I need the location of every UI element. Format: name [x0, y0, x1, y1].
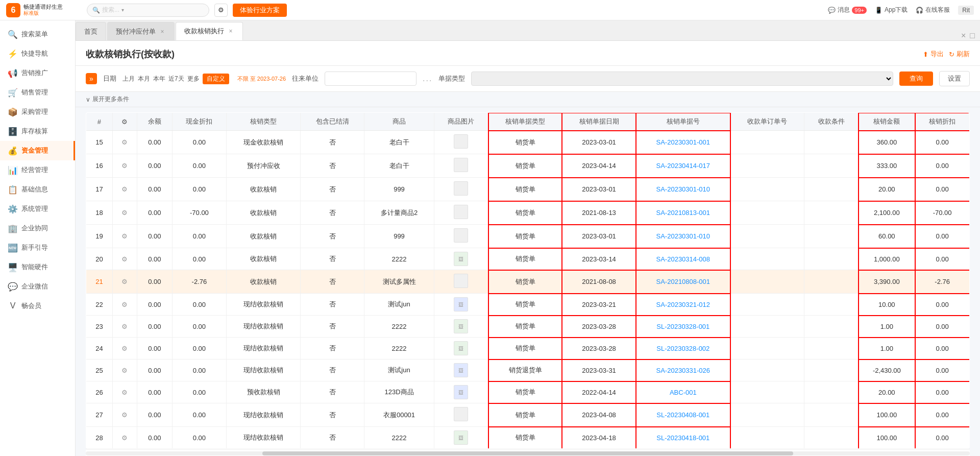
writeoff-bill-link[interactable]: SL-20230328-002 — [656, 345, 709, 352]
expand-more-bar: ∨ 展开更多条件 — [76, 92, 980, 107]
row-settings-icon[interactable]: ⚙ — [121, 345, 128, 352]
refresh-icon: ↻ — [949, 51, 954, 58]
row-settings-icon[interactable]: ⚙ — [121, 138, 128, 146]
sidebar-item-sales[interactable]: 🛒销售管理 — [0, 83, 75, 102]
table-row: 15⚙0.000.00现金收款核销否老白干销货单2023-03-01SA-202… — [86, 131, 970, 154]
last-7days-link[interactable]: 近7天 — [168, 75, 184, 83]
last-month-link[interactable]: 上月 — [122, 75, 135, 83]
message-badge: 99+ — [852, 7, 867, 14]
writeoff-bill-link[interactable]: SL-20230328-001 — [656, 323, 709, 330]
win-close-btn[interactable]: × — [961, 31, 966, 40]
row-settings-icon[interactable]: ⚙ — [121, 209, 128, 217]
row-settings-icon[interactable]: ⚙ — [121, 301, 128, 308]
from-unit-input[interactable] — [325, 71, 416, 86]
sidebar-item-operations[interactable]: 📊经营管理 — [0, 160, 75, 180]
goods-img: 🖼 — [454, 297, 468, 311]
row-settings-icon[interactable]: ⚙ — [121, 411, 128, 419]
tab-prepay-close[interactable]: × — [159, 28, 166, 35]
horizontal-scrollbar[interactable] — [86, 451, 970, 455]
sidebar-item-quicknav[interactable]: ⚡快捷导航 — [0, 44, 75, 63]
sidebar-item-guide[interactable]: 🆕新手引导 — [0, 238, 75, 257]
writeoff-bill-link[interactable]: SA-20230301-010 — [656, 232, 710, 240]
trial-industry-btn[interactable]: 体验行业方案 — [233, 4, 287, 17]
expand-more-btn[interactable]: ∨ 展开更多条件 — [86, 95, 129, 104]
date-filter-label: 日期 — [103, 74, 116, 83]
writeoff-bill-link[interactable]: SA-20230414-017 — [656, 162, 710, 170]
writeoff-bill-link[interactable]: SL-20230408-001 — [656, 411, 709, 419]
refresh-btn[interactable]: ↻ 刷新 — [949, 50, 970, 59]
sidebar-item-system[interactable]: ⚙️系统管理 — [0, 199, 75, 219]
writeoff-bill-link[interactable]: SA-20210808-001 — [656, 278, 710, 285]
writeoff-bill-link[interactable]: SA-20210813-001 — [656, 209, 710, 217]
filter-dots: ... — [423, 74, 432, 83]
online-service-btn[interactable]: 🎧 在线客服 — [916, 6, 950, 14]
writeoff-bill-link[interactable]: SA-20230301-010 — [656, 185, 710, 193]
sidebar-label-sales: 销售管理 — [21, 88, 48, 97]
sidebar-item-basic[interactable]: 📋基础信息 — [0, 180, 75, 199]
app-download-btn[interactable]: 📱 App下载 — [875, 6, 908, 14]
row-settings-icon[interactable]: ⚙ — [121, 389, 128, 396]
header-actions: ⬆ 导出 ↻ 刷新 — [923, 50, 970, 59]
top-search-bar[interactable]: 🔍 搜索... ▾ — [87, 4, 209, 17]
sidebar-item-wechat[interactable]: 💬企业微信 — [0, 277, 75, 296]
goods-img — [454, 228, 468, 243]
writeoff-bill-link[interactable]: SA-20230321-012 — [656, 301, 710, 308]
more-dates-link[interactable]: 更多 — [187, 75, 200, 83]
writeoff-bill-link[interactable]: SA-20230301-001 — [656, 138, 710, 146]
sidebar-item-enterprise[interactable]: 🏢企业协同 — [0, 219, 75, 238]
date-quick-links: 上月 本月 本年 近7天 更多 自定义 — [122, 74, 229, 84]
tab-writeoff-close[interactable]: × — [227, 28, 234, 35]
writeoff-bill-link[interactable]: SL-20230418-001 — [656, 434, 709, 442]
tab-bar-actions: × □ — [961, 31, 980, 40]
row-settings-icon[interactable]: ⚙ — [121, 232, 128, 240]
tab-writeoff[interactable]: 收款核销执行 × — [176, 22, 243, 40]
receipt-type-select[interactable] — [471, 71, 893, 86]
sidebar-item-finance[interactable]: 💰资金管理 — [0, 141, 75, 160]
table-row: 23⚙0.000.00现结收款核销否2222🖼销货单2023-03-28SL-2… — [86, 316, 970, 338]
export-btn[interactable]: ⬆ 导出 — [923, 50, 944, 59]
th-included_settled: 包含已结清 — [300, 113, 364, 131]
query-btn[interactable]: 查询 — [899, 71, 933, 86]
filter-expand-arrow-btn[interactable]: » — [86, 73, 97, 84]
tab-home[interactable]: 首页 — [76, 22, 106, 40]
table-row: 27⚙0.000.00现结收款核销否衣服00001销货单2023-04-08SL… — [86, 403, 970, 427]
this-month-link[interactable]: 本月 — [138, 75, 150, 83]
sidebar-item-search[interactable]: 🔍搜索菜单 — [0, 25, 75, 44]
table-row: 28⚙0.000.00现结收款核销否2222🖼销货单2023-04-18SL-2… — [86, 427, 970, 449]
sidebar-icon-basic: 📋 — [8, 185, 17, 194]
goods-img — [454, 181, 468, 196]
user-display[interactable]: Rit — [958, 6, 974, 15]
search-dropdown-icon[interactable]: ▾ — [121, 7, 124, 13]
filter-settings-btn[interactable]: 设置 — [939, 71, 970, 86]
this-year-link[interactable]: 本年 — [153, 75, 165, 83]
row-settings-icon[interactable]: ⚙ — [121, 185, 128, 193]
sidebar-item-marketing[interactable]: 📢营销推广 — [0, 63, 75, 83]
row-settings-icon[interactable]: ⚙ — [121, 278, 128, 285]
row-settings-icon[interactable]: ⚙ — [121, 323, 128, 330]
writeoff-bill-link[interactable]: SA-20230314-008 — [656, 255, 710, 263]
settings-icon-btn[interactable]: ⚙ — [214, 4, 228, 17]
date-range-display: 不限 至 2023-07-26 — [237, 75, 286, 83]
sidebar-item-hardware[interactable]: 🖥️智能硬件 — [0, 257, 75, 277]
tab-prepay[interactable]: 预付冲应付单 × — [107, 22, 175, 40]
win-restore-btn[interactable]: □ — [970, 31, 975, 40]
custom-date-btn[interactable]: 自定义 — [203, 74, 229, 84]
sidebar-item-inventory[interactable]: 🗄️库存核算 — [0, 122, 75, 141]
sidebar-item-vip[interactable]: V畅会员 — [0, 296, 75, 316]
row-settings-icon[interactable]: ⚙ — [121, 162, 128, 170]
tab-bar: 首页 预付冲应付单 × 收款核销执行 × × □ — [76, 20, 980, 41]
writeoff-bill-link[interactable]: SA-20230331-026 — [656, 367, 710, 374]
message-icon: 💬 — [828, 7, 836, 14]
th-balance: 余额 — [137, 113, 172, 131]
goods-img — [454, 274, 468, 288]
row-settings-icon[interactable]: ⚙ — [121, 434, 128, 442]
sidebar-icon-operations: 📊 — [8, 165, 17, 175]
goods-img — [454, 205, 468, 219]
message-btn[interactable]: 💬 消息 99+ — [828, 6, 867, 14]
logo-area: 6 畅捷通谱好生意 标准版 — [6, 3, 82, 17]
row-settings-icon[interactable]: ⚙ — [121, 255, 128, 263]
writeoff-bill-link[interactable]: ABC-001 — [670, 389, 697, 396]
sidebar-item-purchase[interactable]: 📦采购管理 — [0, 102, 75, 122]
th-writeoff_type: 核销类型 — [227, 113, 301, 131]
row-settings-icon[interactable]: ⚙ — [121, 367, 128, 374]
